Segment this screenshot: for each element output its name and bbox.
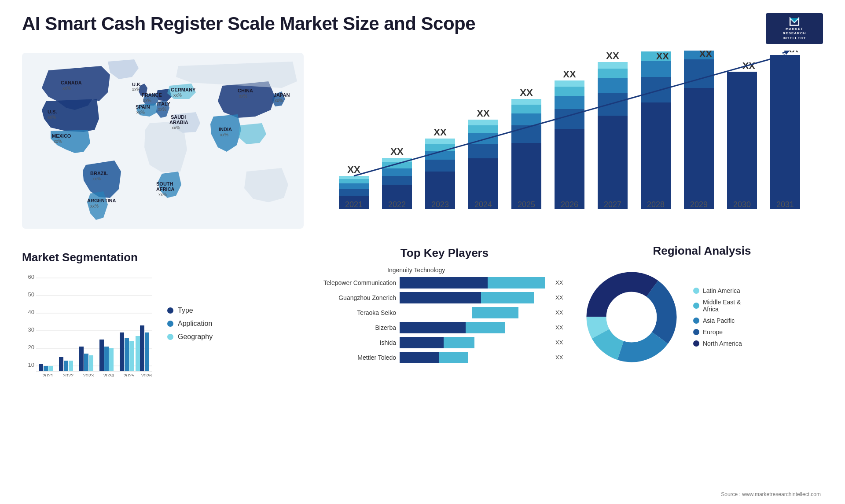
svg-text:XX: XX [520,87,533,98]
svg-rect-72 [555,87,584,96]
svg-text:xx%: xx% [173,93,182,98]
svg-text:2021: 2021 [43,373,53,376]
middle-east-africa-dot [693,303,699,309]
svg-rect-94 [727,72,757,209]
svg-rect-126 [84,354,88,371]
market-segmentation-section: Market Segmentation 60 50 40 30 20 10 [22,251,295,376]
svg-rect-66 [511,99,541,105]
legend-type: Type [167,307,213,314]
svg-rect-122 [64,361,68,371]
svg-rect-45 [382,158,412,162]
svg-marker-1 [790,18,799,22]
player-row-ishida: Ishida XX [308,337,581,348]
svg-text:XX: XX [656,51,669,62]
north-america-label: North America [703,340,742,347]
north-america-dot [693,340,699,347]
regional-title: Regional Analysis [579,244,825,258]
svg-rect-138 [145,332,149,371]
svg-rect-56 [468,144,498,158]
svg-text:2031: 2031 [776,200,794,209]
svg-text:2021: 2021 [345,200,363,209]
svg-text:MEXICO: MEXICO [52,133,71,139]
legend-europe: Europe [693,329,742,336]
logo-area: MARKET RESEARCH INTELLECT [766,13,823,44]
svg-rect-65 [511,105,541,113]
svg-rect-52 [425,139,455,144]
application-label: Application [178,320,212,328]
svg-text:XX: XX [563,69,576,80]
svg-text:xx%: xx% [275,98,283,103]
player-name-teraoka: Teraoka Seiko [308,309,396,316]
svg-text:xx%: xx% [54,139,62,144]
svg-text:20: 20 [28,344,34,351]
player-row-teraoka: Teraoka Seiko XX [308,307,581,318]
svg-text:2030: 2030 [733,200,751,209]
svg-text:2022: 2022 [388,200,406,209]
svg-rect-118 [44,366,48,371]
svg-rect-78 [598,78,628,93]
svg-text:2024: 2024 [474,200,492,209]
svg-rect-90 [684,59,714,88]
svg-text:CHINA: CHINA [238,88,253,93]
svg-text:2022: 2022 [63,373,73,376]
svg-text:2023: 2023 [431,200,449,209]
player-row-bizerba: Bizerba XX [308,322,581,333]
svg-rect-79 [598,69,628,78]
svg-text:ARABIA: ARABIA [169,120,188,125]
asia-pacific-label: Asia Pacific [703,317,735,324]
svg-text:ITALY: ITALY [157,101,171,106]
svg-text:BRAZIL: BRAZIL [90,171,108,176]
geography-label: Geography [178,333,213,341]
header: AI Smart Cash Register Scale Market Size… [0,0,845,53]
player-row-guangzhou: Guangzhou Zonerich XX [308,292,581,303]
svg-text:ARGENTINA: ARGENTINA [87,198,116,203]
regional-chart-container: Latin America Middle East &Africa Asia P… [579,264,825,370]
latin-america-label: Latin America [703,287,740,294]
svg-rect-121 [59,357,63,371]
svg-text:40: 40 [28,309,34,315]
svg-rect-71 [555,96,584,109]
player-name-guangzhou: Guangzhou Zonerich [308,294,396,301]
svg-text:XX: XX [434,127,447,138]
svg-rect-117 [39,364,43,371]
canada-label: CANADA [61,80,82,85]
latin-america-dot [693,288,699,294]
type-dot [167,307,173,314]
svg-rect-84 [641,77,671,102]
svg-text:xx%: xx% [48,115,56,120]
bar-chart-svg: XX 2021 XX 2022 XX 2023 XX 2024 XX 2025 [321,51,805,235]
svg-rect-73 [555,80,584,87]
svg-rect-135 [129,341,134,371]
segmentation-chart-container: 60 50 40 30 20 10 2021 [22,271,295,376]
source-text: Source : www.marketresearchintellect.com [721,491,821,497]
europe-label: Europe [703,329,723,336]
application-dot [167,321,173,327]
top-players-section: Top Key Players Ingenuity Technology Tel… [308,246,581,367]
svg-text:AFRICA: AFRICA [156,186,175,192]
svg-rect-123 [69,361,73,371]
svg-rect-69 [555,129,584,209]
legend-asia-pacific: Asia Pacific [693,317,742,324]
svg-rect-49 [425,160,455,172]
svg-rect-129 [99,340,104,371]
svg-text:XX: XX [699,51,713,59]
svg-text:XX: XX [347,164,360,175]
svg-rect-35 [339,189,369,196]
growth-chart-section: XX 2021 XX 2022 XX 2023 XX 2024 XX 2025 [321,51,823,240]
logo-icon [786,17,803,27]
logo-box: MARKET RESEARCH INTELLECT [766,13,823,44]
svg-text:2026: 2026 [141,373,152,376]
legend-middle-east-africa: Middle East &Africa [693,299,742,313]
donut-chart-svg [579,264,684,370]
svg-text:JAPAN: JAPAN [274,92,290,98]
legend-application: Application [167,320,213,328]
svg-text:XX: XX [390,146,404,157]
svg-rect-64 [511,113,541,125]
svg-rect-37 [339,179,369,183]
svg-text:2026: 2026 [561,200,578,209]
svg-text:SPAIN: SPAIN [136,104,150,110]
svg-rect-130 [104,347,109,371]
svg-text:2027: 2027 [604,200,621,209]
svg-text:60: 60 [28,274,34,280]
svg-text:xx%: xx% [132,87,140,92]
